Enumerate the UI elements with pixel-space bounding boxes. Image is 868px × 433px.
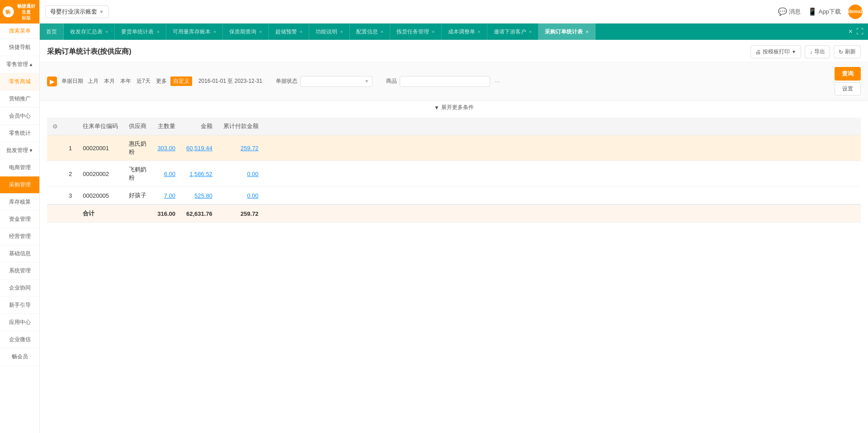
refresh-icon: ↻ bbox=[839, 49, 843, 55]
tab-close-shoufahui[interactable]: × bbox=[105, 29, 108, 34]
sidebar-item-retail-stats[interactable]: 零售统计 bbox=[0, 125, 39, 142]
sidebar-item-enterprise[interactable]: 企业协同 bbox=[0, 280, 39, 297]
col-settings: ⚙ bbox=[47, 118, 63, 135]
logo-sub: 标版 bbox=[16, 15, 37, 21]
export-button[interactable]: ↓ 导出 bbox=[805, 45, 830, 58]
tab-keyongliang[interactable]: 可用量库存账本 × bbox=[166, 24, 223, 40]
amount-link[interactable]: 60,519.44 bbox=[186, 145, 212, 152]
sidebar-item-wholesale[interactable]: 批发管理 ▼ bbox=[0, 142, 39, 159]
cell-extra bbox=[264, 187, 861, 205]
filter-actions: 查询 设置 bbox=[835, 67, 861, 95]
date-btn-last-month[interactable]: 上月 bbox=[86, 76, 100, 86]
paid-link[interactable]: 259.72 bbox=[241, 145, 259, 152]
col-quantity: 主数量 bbox=[152, 118, 181, 135]
date-btn-this-year[interactable]: 本年 bbox=[118, 76, 133, 86]
date-btn-this-month[interactable]: 本月 bbox=[102, 76, 117, 86]
table-total-row: 合计 316.00 62,631.76 259.72 bbox=[47, 205, 861, 223]
tab-close-caigou[interactable]: × bbox=[585, 29, 588, 34]
table-row: 3 00020005 好孩子 7.00 525.80 0.00 bbox=[47, 187, 861, 205]
date-btn-7days[interactable]: 近7天 bbox=[135, 76, 152, 86]
tab-gongneng[interactable]: 功能说明 × bbox=[309, 24, 349, 40]
message-btn[interactable]: 💬 消息 bbox=[778, 7, 801, 16]
tab-yaohuo[interactable]: 要货单统计表 × bbox=[115, 24, 166, 40]
tab-fullscreen-btn[interactable]: ⛶ bbox=[856, 28, 863, 36]
table-settings-icon[interactable]: ⚙ bbox=[52, 123, 58, 130]
tab-close-chaochuyujing[interactable]: × bbox=[300, 29, 302, 34]
paid-link[interactable]: 0.00 bbox=[247, 171, 259, 177]
sidebar-item-retail-shop[interactable]: 零售商城 bbox=[0, 73, 39, 90]
tab-peizhi[interactable]: 配置信息 × bbox=[350, 24, 390, 40]
tab-chengben[interactable]: 成本调整单 × bbox=[442, 24, 487, 40]
expand-more-btn[interactable]: ▼ 展开更多条件 bbox=[40, 100, 868, 114]
total-amount: 62,631.76 bbox=[181, 205, 218, 223]
table-row: 1 00020001 惠氏奶粉 303.00 60,519.44 259.72 bbox=[47, 135, 861, 161]
tab-close-gongneng[interactable]: × bbox=[340, 29, 343, 34]
sidebar-item-newguide[interactable]: 新手引导 bbox=[0, 297, 39, 314]
tab-close-yaoqing[interactable]: × bbox=[529, 29, 532, 34]
sidebar-item-appcenter[interactable]: 应用中心 bbox=[0, 314, 39, 331]
sidebar-item-ecom[interactable]: 电商管理 bbox=[0, 159, 39, 176]
tab-caigou[interactable]: 采购订单统计表 × bbox=[538, 24, 595, 40]
quantity-link[interactable]: 6.00 bbox=[164, 171, 175, 177]
settings-button[interactable]: 设置 bbox=[835, 82, 861, 95]
date-filter-label: 单据日期 bbox=[61, 77, 83, 85]
tab-close-yaohuo[interactable]: × bbox=[156, 29, 159, 34]
quantity-link[interactable]: 303.00 bbox=[157, 145, 175, 152]
sidebar-item-wechat[interactable]: 企业微信 bbox=[0, 331, 39, 348]
tab-close-keyongliang[interactable]: × bbox=[213, 29, 216, 34]
workspace-selector[interactable]: 母婴行业演示账套 ▼ bbox=[45, 5, 109, 18]
cell-supplier-name: 好孩子 bbox=[123, 187, 152, 205]
sidebar-item-vip[interactable]: 畅会员 bbox=[0, 348, 39, 366]
tab-shoufahui[interactable]: 收发存汇总表 × bbox=[64, 24, 115, 40]
date-btn-more[interactable]: 更多 bbox=[154, 76, 169, 86]
chevron-down-icon: ▼ bbox=[99, 9, 104, 14]
app-download-btn[interactable]: 📱 App下载 bbox=[808, 7, 841, 16]
filter-date-item: 单据日期 上月 本月 本年 近7天 更多 自定义 bbox=[61, 76, 192, 86]
sidebar-item-inventory[interactable]: 库存核算 bbox=[0, 194, 39, 211]
tab-close-peizhi[interactable]: × bbox=[381, 29, 383, 34]
tab-close-baoquan[interactable]: × bbox=[259, 29, 262, 34]
cell-settings bbox=[47, 187, 63, 205]
sidebar-item-quicknav[interactable]: 快捷导航 bbox=[0, 39, 39, 56]
export-icon: ↓ bbox=[810, 49, 812, 55]
page-title: 采购订单统计表(按供应商) bbox=[47, 47, 132, 57]
total-empty-1 bbox=[47, 205, 63, 223]
sidebar-item-marketing[interactable]: 营销推广 bbox=[0, 90, 39, 108]
tab-close-zhehuo[interactable]: × bbox=[432, 29, 434, 34]
tab-close-all-btn[interactable]: × bbox=[849, 28, 853, 36]
tab-home[interactable]: 首页 bbox=[40, 24, 64, 40]
total-empty-4 bbox=[264, 205, 861, 223]
filter-toggle-btn[interactable]: ▶ bbox=[47, 76, 57, 86]
sidebar-item-system[interactable]: 系统管理 bbox=[0, 262, 39, 280]
goods-more-icon[interactable]: ··· bbox=[495, 78, 500, 85]
tab-baoquan[interactable]: 保质期查询 × bbox=[223, 24, 269, 40]
amount-link[interactable]: 1,586.52 bbox=[189, 171, 212, 177]
quantity-link[interactable]: 7.00 bbox=[164, 192, 175, 199]
cell-paid: 0.00 bbox=[218, 187, 264, 205]
sidebar-item-finance[interactable]: 资金管理 bbox=[0, 211, 39, 228]
paid-link[interactable]: 0.00 bbox=[247, 192, 259, 199]
print-button[interactable]: 🖨 按模板打印 ▼ bbox=[750, 45, 801, 58]
user-avatar-btn[interactable]: demo2 bbox=[848, 5, 863, 19]
amount-link[interactable]: 525.80 bbox=[194, 192, 212, 199]
sidebar-item-basic[interactable]: 基础信息 bbox=[0, 245, 39, 262]
query-button[interactable]: 查询 bbox=[835, 67, 861, 81]
cell-supplier-name: 惠氏奶粉 bbox=[123, 135, 152, 161]
cell-index: 3 bbox=[63, 187, 77, 205]
sidebar-item-operations[interactable]: 经营管理 bbox=[0, 228, 39, 245]
refresh-button[interactable]: ↻ 刷新 bbox=[834, 45, 861, 58]
date-btn-custom[interactable]: 自定义 bbox=[170, 76, 192, 86]
printer-icon: 🖨 bbox=[755, 49, 761, 55]
status-select[interactable] bbox=[300, 76, 373, 87]
tab-yaoqing[interactable]: 邀请下游客户 × bbox=[487, 24, 538, 40]
sidebar-item-member[interactable]: 会员中心 bbox=[0, 108, 39, 125]
tab-chaochuyujing[interactable]: 超储预警 × bbox=[269, 24, 309, 40]
tab-zhehuo[interactable]: 拣货任务管理 × bbox=[390, 24, 441, 40]
sidebar-search[interactable]: 搜索菜单 bbox=[0, 24, 39, 39]
tab-close-chengben[interactable]: × bbox=[478, 29, 481, 34]
goods-input[interactable] bbox=[400, 76, 490, 87]
sidebar-item-purchase[interactable]: 采购管理 bbox=[0, 176, 39, 194]
sidebar-item-retail[interactable]: 零售管理 ▲ bbox=[0, 56, 39, 73]
cell-index: 1 bbox=[63, 135, 77, 161]
cell-amount: 525.80 bbox=[181, 187, 218, 205]
